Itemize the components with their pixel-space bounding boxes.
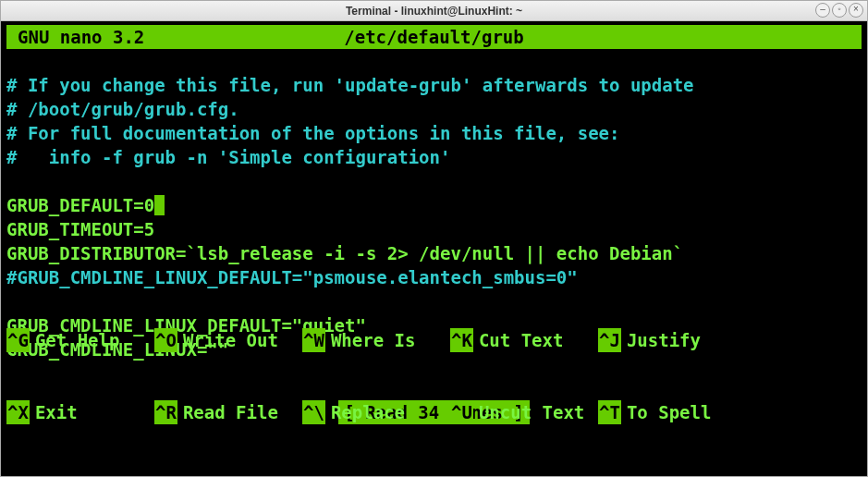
editor-line[interactable]: GRUB_DISTRIBUTOR=`lsb_release -i -s 2> /… — [6, 241, 862, 265]
shortcut-label: Uncut Text — [479, 400, 584, 424]
window-title: Terminal - linuxhint@LinuxHint: ~ — [346, 5, 522, 18]
nano-filename: /etc/default/grub — [344, 25, 523, 49]
shortcut-label: Where Is — [331, 328, 416, 352]
shortcut-label: Justify — [627, 328, 701, 352]
shortcut-bar: ^GGet Help^OWrite Out^WWhere Is^KCut Tex… — [6, 280, 862, 472]
shortcut-label: Exit — [35, 400, 78, 424]
editor-line[interactable]: GRUB_DEFAULT=0 — [6, 193, 862, 217]
shortcut-label: Read File — [183, 400, 278, 424]
shortcut-item[interactable]: ^OWrite Out — [154, 328, 302, 352]
shortcut-key: ^T — [598, 400, 621, 424]
minimize-button[interactable]: – — [815, 3, 830, 18]
shortcut-key: ^\ — [302, 400, 325, 424]
shortcut-item[interactable]: ^\Replace — [302, 400, 450, 424]
shortcut-key: ^W — [302, 328, 325, 352]
titlebar: Terminal - linuxhint@LinuxHint: ~ – ◦ × — [1, 1, 867, 21]
editor-line[interactable] — [6, 169, 862, 193]
shortcut-item[interactable]: ^RRead File — [154, 400, 302, 424]
shortcut-key: ^U — [450, 400, 473, 424]
shortcut-key: ^O — [154, 328, 177, 352]
nano-app-label: GNU nano 3.2 — [6, 25, 144, 49]
text-cursor — [154, 195, 165, 215]
terminal-window: Terminal - linuxhint@LinuxHint: ~ – ◦ × … — [0, 0, 868, 477]
editor-line[interactable]: # info -f grub -n 'Simple configuration' — [6, 145, 862, 169]
editor-line[interactable]: # For full documentation of the options … — [6, 121, 862, 145]
editor-line[interactable]: # If you change this file, run 'update-g… — [6, 73, 862, 97]
shortcut-item[interactable]: ^GGet Help — [6, 328, 154, 352]
close-button[interactable]: × — [849, 3, 863, 18]
shortcut-label: Replace — [331, 400, 405, 424]
window-buttons: – ◦ × — [815, 3, 863, 18]
shortcut-label: To Spell — [627, 400, 712, 424]
shortcut-row: ^XExit^RRead File^\Replace^UUncut Text^T… — [6, 400, 862, 424]
editor-line[interactable]: GRUB_TIMEOUT=5 — [6, 217, 862, 241]
terminal-viewport[interactable]: GNU nano 3.2 /etc/default/grub # If you … — [1, 21, 867, 476]
shortcut-label: Cut Text — [479, 328, 564, 352]
shortcut-key: ^K — [450, 328, 473, 352]
editor-line[interactable]: # /boot/grub/grub.cfg. — [6, 97, 862, 121]
shortcut-item[interactable]: ^XExit — [6, 400, 154, 424]
shortcut-key: ^X — [6, 400, 30, 424]
shortcut-item[interactable]: ^KCut Text — [450, 328, 598, 352]
shortcut-key: ^G — [6, 328, 30, 352]
shortcut-key: ^J — [598, 328, 621, 352]
shortcut-item[interactable]: ^UUncut Text — [450, 400, 598, 424]
shortcut-label: Write Out — [183, 328, 278, 352]
maximize-button[interactable]: ◦ — [832, 3, 847, 18]
shortcut-key: ^R — [154, 400, 177, 424]
shortcut-item[interactable]: ^WWhere Is — [302, 328, 450, 352]
shortcut-row: ^GGet Help^OWrite Out^WWhere Is^KCut Tex… — [6, 328, 862, 352]
nano-header: GNU nano 3.2 /etc/default/grub — [6, 25, 862, 49]
shortcut-item[interactable]: ^JJustify — [598, 328, 746, 352]
shortcut-item[interactable]: ^TTo Spell — [598, 400, 746, 424]
shortcut-label: Get Help — [35, 328, 120, 352]
